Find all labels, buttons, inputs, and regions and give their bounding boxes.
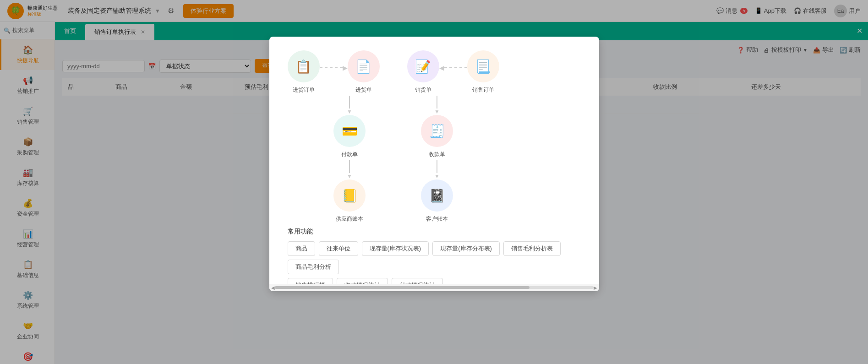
flow-label-receipt: 收款单: [429, 151, 445, 158]
flow-label-sales-bill: 销货单: [415, 86, 431, 94]
modal-box: 📋 进货订单 ▶ 📄 进货单: [269, 37, 599, 291]
common-btn-2[interactable]: 现存量(库存状况表): [362, 241, 429, 256]
arrow-v2: ▼: [347, 160, 352, 179]
flow-diagram: 📋 进货订单 ▶ 📄 进货单: [288, 50, 581, 223]
flow-circle-receipt: 🧾: [421, 115, 453, 147]
common-btn-4[interactable]: 销售毛利分析表: [503, 241, 561, 256]
common-btn-5[interactable]: 商品毛利分析: [288, 260, 339, 274]
scrollbar-track[interactable]: [275, 286, 594, 289]
flow-node-payment[interactable]: 💳 付款单: [333, 115, 366, 158]
flow-label-purchase-order: 进货订单: [293, 86, 315, 94]
flow-node-sales-bill[interactable]: 📝 销货单: [407, 50, 439, 94]
flow-circle-sales-order: 📃: [467, 50, 499, 82]
flow-label-payment: 付款单: [341, 151, 358, 158]
flow-node-sales-order[interactable]: 📃 销售订单: [467, 50, 499, 94]
flow-node-supplier[interactable]: 📒 供应商账本: [333, 179, 366, 223]
flow-label-purchase-bill: 进货单: [355, 86, 372, 94]
modal-scrollbar[interactable]: ◀ ▶: [269, 284, 599, 291]
flow-circle-customer: 📓: [421, 179, 453, 212]
common-btn-8[interactable]: 付款情况统计: [392, 278, 443, 284]
scroll-left-icon[interactable]: ◀: [271, 285, 275, 290]
flow-circle-purchase-bill: 📄: [348, 50, 380, 82]
flow-right: 📝 销货单 ◀ 📃 销售订单: [407, 50, 499, 223]
common-functions-section: 常用功能 商品 往来单位 现存量(库存状况表) 现存量(库存分布表) 销售毛利分…: [288, 228, 581, 284]
common-buttons-row1: 商品 往来单位 现存量(库存状况表) 现存量(库存分布表) 销售毛利分析表 商品…: [288, 241, 581, 274]
flow-label-supplier: 供应商账本: [336, 215, 363, 223]
modal-overlay[interactable]: 📋 进货订单 ▶ 📄 进货单: [0, 0, 868, 364]
flow-circle-supplier: 📒: [333, 179, 366, 212]
flow-node-supplier-row: 📒 供应商账本: [333, 179, 366, 223]
flow-label-sales-order: 销售订单: [472, 86, 494, 94]
common-buttons-row2: 销售排行榜 收款情况统计 付款情况统计: [288, 278, 581, 284]
scroll-right-icon[interactable]: ▶: [594, 285, 597, 290]
arrow-v1: ▼: [347, 96, 352, 115]
common-functions-title: 常用功能: [288, 228, 581, 236]
flow-circle-purchase-order: 📋: [288, 50, 320, 82]
scrollbar-thumb[interactable]: [275, 286, 530, 289]
arrow-v3: ▼: [434, 96, 440, 115]
flow-node-payment-row: 💳 付款单: [333, 115, 366, 158]
flow-left: 📋 进货订单 ▶ 📄 进货单: [288, 50, 380, 223]
common-btn-6[interactable]: 销售排行榜: [288, 278, 333, 284]
flow-circle-sales-bill: 📝: [407, 50, 439, 82]
flow-node-customer-row: 📓 客户账本: [421, 179, 453, 223]
arrow-v4: ▼: [434, 160, 440, 179]
flow-node-receipt[interactable]: 🧾 收款单: [421, 115, 453, 158]
arrow-h2: ◀: [439, 64, 467, 71]
common-btn-0[interactable]: 商品: [288, 241, 315, 256]
common-btn-7[interactable]: 收款情况统计: [337, 278, 388, 284]
common-btn-3[interactable]: 现存量(库存分布表): [432, 241, 500, 256]
flow-label-customer: 客户账本: [426, 215, 448, 223]
flow-node-customer[interactable]: 📓 客户账本: [421, 179, 453, 223]
modal-content: 📋 进货订单 ▶ 📄 进货单: [269, 37, 599, 284]
flow-node-purchase-order[interactable]: 📋 进货订单: [288, 50, 320, 94]
common-btn-1[interactable]: 往来单位: [319, 241, 358, 256]
flow-circle-payment: 💳: [333, 115, 366, 147]
flow-node-receipt-row: 🧾 收款单: [421, 115, 453, 158]
flow-node-purchase-bill[interactable]: 📄 进货单: [348, 50, 380, 94]
arrow-h1: ▶: [320, 64, 348, 71]
